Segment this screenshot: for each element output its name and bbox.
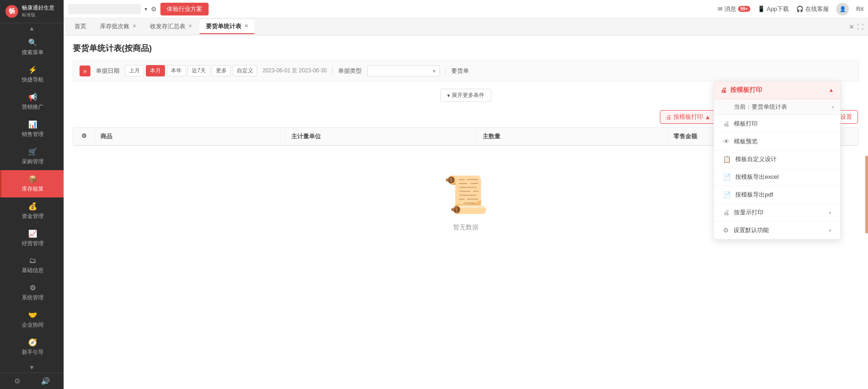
dropdown-template-custom[interactable]: 📋 模板自定义设计: [714, 151, 840, 168]
sound-icon[interactable]: 🔊: [41, 377, 50, 385]
sidebar-item-system[interactable]: ⚙ 系统管理: [0, 279, 64, 306]
display-print-arrow: ▾: [829, 210, 831, 215]
current-label: 当前：要货单统计表: [734, 103, 787, 111]
date-year-btn[interactable]: 本年: [167, 65, 186, 76]
page-title: 要货单统计表(按商品): [73, 43, 859, 54]
empty-text: 暂无数据: [453, 223, 479, 232]
tab-home[interactable]: 首页: [68, 20, 93, 34]
dropdown-template-preview[interactable]: 👁 模板预览: [714, 133, 840, 151]
dropdown-header-label: 按模板打印: [730, 86, 762, 94]
sidebar-item-purchase[interactable]: 🛒 采购管理: [0, 143, 64, 170]
topbar-search-input[interactable]: [68, 4, 141, 14]
tabbar: 首页 库存批次账 ✕ 收发存汇总表 ✕ 要货单统计表 ✕ ✕ ⛶: [64, 18, 868, 35]
date-prev-btn[interactable]: 上月: [125, 65, 144, 76]
sidebar-nav: 🔍 搜索菜单 ⚡ 快捷导航 📢 营销推广 📊 销售管理 🛒 采购管理 📦 库存核…: [0, 34, 64, 362]
dropdown-current-item[interactable]: 当前：要货单统计表 ▾: [714, 99, 840, 115]
sidebar-scroll-down[interactable]: ▼: [0, 362, 64, 373]
printer-icon: 🖨: [666, 114, 672, 121]
template-preview-label: 模板预览: [734, 137, 831, 146]
date-7days-btn[interactable]: 近7天: [188, 65, 210, 76]
scrollbar-indicator[interactable]: [865, 156, 868, 233]
window-close-icon[interactable]: ✕: [849, 23, 854, 30]
dropdown-template-pdf[interactable]: 📄 按模板导出pdf: [714, 186, 840, 204]
date-more-btn[interactable]: 更多: [212, 65, 231, 76]
display-print-label: 按显示打印: [734, 208, 824, 217]
tab-batch-ledger-close[interactable]: ✕: [132, 23, 136, 29]
online-service-button[interactable]: 🎧 在线客服: [796, 5, 829, 13]
default-func-label: 设置默认功能: [733, 226, 824, 234]
sidebar-item-guide[interactable]: 🧭 新手引导: [0, 333, 64, 361]
dropdown-default-func[interactable]: ⚙ 设置默认功能 ▾: [714, 222, 840, 239]
sidebar-item-label: 采购管理: [22, 158, 44, 166]
dropdown-template-print[interactable]: 🖨 模板打印: [714, 115, 840, 133]
app-version: 标准版: [22, 12, 55, 18]
service-icon: 🎧: [796, 5, 803, 12]
tab-collect-summary[interactable]: 收发存汇总表 ✕: [144, 20, 199, 34]
tab-requisition-stats-label: 要货单统计表: [206, 22, 241, 30]
sidebar-item-search[interactable]: 🔍 搜索菜单: [0, 34, 64, 61]
marketing-icon: 📢: [28, 93, 37, 101]
date-custom-btn[interactable]: 自定义: [233, 65, 257, 76]
topbar-right: ✉ 消息 99+ 📱 App下载 🎧 在线客服 👤 Rit: [718, 3, 863, 15]
date-current-btn[interactable]: 本月: [146, 65, 165, 76]
tab-collect-summary-label: 收发存汇总表: [150, 22, 185, 30]
sidebar-item-basic[interactable]: 🗂 基础信息: [0, 252, 64, 279]
sidebar-item-label: 企业协同: [22, 321, 44, 329]
tab-batch-ledger[interactable]: 库存批次账 ✕: [94, 20, 143, 34]
date-filter-label: 单据日期: [96, 67, 120, 75]
sidebar-item-label: 经营管理: [22, 240, 44, 248]
dropdown-display-print[interactable]: 🖨 按显示打印 ▾: [714, 204, 840, 222]
sidebar-item-operation[interactable]: 📈 经营管理: [0, 225, 64, 252]
tab-requisition-stats-close[interactable]: ✕: [244, 23, 248, 29]
sidebar-item-inventory[interactable]: 📦 库存核算: [0, 170, 64, 197]
type-select[interactable]: [367, 66, 440, 76]
sidebar-logo: 畅 畅康通好生意 标准版: [0, 0, 64, 23]
filter-divider: [332, 66, 333, 76]
messages-label: 消息: [724, 5, 736, 13]
sidebar-item-quick-nav[interactable]: ⚡ 快捷导航: [0, 61, 64, 88]
display-print-icon: 🖨: [723, 209, 729, 216]
tab-home-label: 首页: [75, 22, 86, 30]
window-resize-icon[interactable]: ⛶: [857, 23, 863, 30]
messages-button[interactable]: ✉ 消息 99+: [718, 5, 750, 13]
template-pdf-label: 按模板导出pdf: [735, 191, 831, 199]
sidebar-item-sales[interactable]: 📊 销售管理: [0, 116, 64, 143]
tab-requisition-stats[interactable]: 要货单统计表 ✕: [200, 20, 254, 34]
tab-batch-ledger-label: 库存批次账: [100, 22, 130, 30]
sidebar-item-cooperation[interactable]: 🤝 企业协同: [0, 306, 64, 333]
sidebar-item-label: 快捷导航: [22, 76, 44, 84]
sidebar-item-marketing[interactable]: 📢 营销推广: [0, 88, 64, 116]
trial-button[interactable]: 体验行业方案: [160, 3, 209, 15]
table-col-unit: 主计量单位: [286, 128, 477, 145]
print-label: 按模板打印: [673, 113, 703, 121]
guide-icon: 🧭: [28, 338, 37, 347]
tab-collect-summary-close[interactable]: ✕: [188, 23, 192, 29]
table-col-goods: 商品: [95, 128, 286, 145]
download-icon: 📱: [758, 5, 765, 12]
topbar-dropdown-button[interactable]: ▾: [145, 6, 147, 12]
template-preview-icon: 👁: [723, 138, 729, 145]
print-template-button[interactable]: 🖨 按模板打印 ▲: [660, 110, 717, 124]
user-avatar[interactable]: 👤: [836, 3, 849, 15]
dropdown-header: 🖨 按模板打印 ▲: [714, 81, 840, 99]
table-col-settings[interactable]: ⚙: [73, 128, 95, 145]
expand-more-button[interactable]: ▾ 展开更多条件: [440, 89, 491, 102]
expand-more-label: 展开更多条件: [452, 91, 484, 99]
basic-icon: 🗂: [29, 257, 36, 265]
finance-icon: 💰: [28, 202, 37, 211]
sidebar-item-finance[interactable]: 💰 资金管理: [0, 197, 64, 225]
sidebar-item-label: 库存核算: [22, 185, 44, 193]
dropdown-template-excel[interactable]: 📄 按模板导出excel: [714, 168, 840, 186]
yaohuodan-label: 要货单: [451, 67, 469, 75]
sidebar-item-label: 新手引导: [22, 349, 44, 356]
print-dropdown-panel: 🖨 按模板打印 ▲ 当前：要货单统计表 ▾ 🖨 模板打印 👁 模板预览 📋 模板…: [713, 81, 841, 240]
dropdown-collapse-icon[interactable]: ▲: [828, 87, 834, 93]
settings-icon[interactable]: ⚙: [14, 377, 20, 385]
sidebar-scroll-up[interactable]: ▲: [0, 23, 64, 34]
template-print-label: 模板打印: [734, 120, 831, 128]
app-download-button[interactable]: 📱 App下载: [758, 5, 789, 13]
message-icon: ✉: [718, 5, 723, 12]
topbar-gear-icon[interactable]: ⚙: [151, 5, 157, 13]
empty-icon: 📜: [443, 173, 489, 216]
filter-expand-button[interactable]: »: [80, 66, 90, 76]
